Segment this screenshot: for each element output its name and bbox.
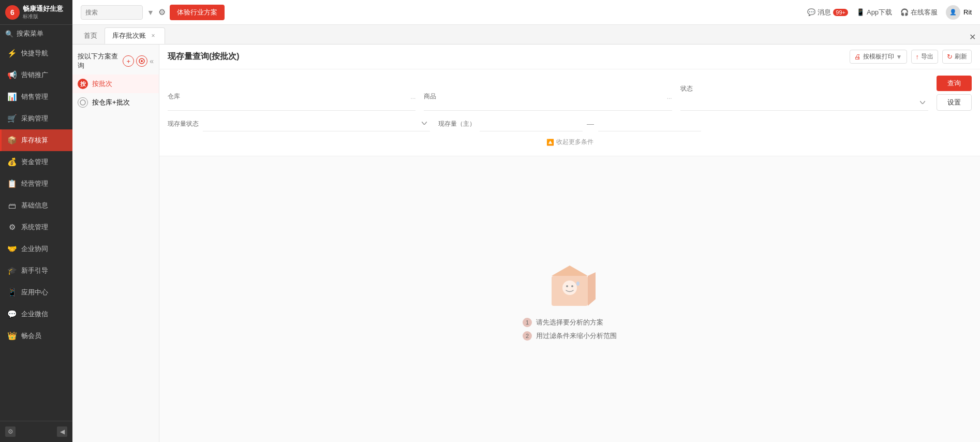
topbar-messages[interactable]: 💬 消息 99+ <box>807 8 848 17</box>
content-area: 按以下方案查询 + « 按 按批次 <box>72 45 980 442</box>
avatar-icon: 👤 <box>949 9 957 16</box>
operations-icon: 📋 <box>7 179 17 188</box>
sidebar-settings-btn[interactable]: ⚙ <box>5 426 16 437</box>
topbar-left: ▼ ⚙ 体验行业方案 <box>81 5 803 20</box>
topbar: ▼ ⚙ 体验行业方案 💬 消息 99+ 📱 App下载 🎧 在线客服 👤 <box>72 0 980 25</box>
sidebar-item-label: 企业微信 <box>21 310 48 319</box>
sidebar-bottom: ⚙ ◀ <box>0 421 72 442</box>
export-label: 导出 <box>921 52 933 61</box>
collapse-conditions-btn[interactable]: 🔼 收起更多条件 <box>168 135 972 150</box>
tabbar-global-close[interactable]: ✕ <box>969 32 976 44</box>
app-download-icon: 📱 <box>856 8 865 16</box>
warehouse-more-btn[interactable]: ... <box>410 93 415 100</box>
inventory-amount-max[interactable] <box>598 116 701 131</box>
product-label: 商品 <box>424 92 436 101</box>
sidebar-item-sales[interactable]: 📊 销售管理 <box>0 86 72 108</box>
topbar-right: 💬 消息 99+ 📱 App下载 🎧 在线客服 👤 Rit <box>807 5 972 20</box>
trial-button[interactable]: 体验行业方案 <box>170 5 225 20</box>
tab-home-label: 首页 <box>84 31 97 40</box>
inventory-amount-min[interactable] <box>480 116 583 131</box>
sidebar-item-quick-nav[interactable]: ⚡ 快捷导航 <box>0 42 72 64</box>
quick-nav-icon: ⚡ <box>7 49 17 58</box>
left-panel-collapse-btn[interactable]: « <box>150 57 154 65</box>
left-panel-title: 按以下方案查询 <box>78 52 123 70</box>
refresh-btn[interactable]: ↻ 刷新 <box>942 50 972 64</box>
hint-text-1: 请先选择要分析的方案 <box>536 318 603 327</box>
empty-hints: 1 请先选择要分析的方案 2 用过滤条件来缩小分析范围 <box>523 318 617 341</box>
svg-marker-4 <box>552 266 588 276</box>
sidebar-item-finance[interactable]: 💰 资金管理 <box>0 151 72 173</box>
add-plan-btn[interactable]: + <box>123 55 134 67</box>
plan-item-by-batch[interactable]: 按 按批次 <box>72 75 159 93</box>
collapse-up-icon: 🔼 <box>546 139 554 146</box>
sidebar-item-enterprise[interactable]: 🤝 企业协同 <box>0 238 72 260</box>
empty-state: 1 请先选择要分析的方案 2 用过滤条件来缩小分析范围 <box>159 156 980 442</box>
status-select[interactable] <box>680 95 928 111</box>
empty-hint-1: 1 请先选择要分析的方案 <box>523 318 617 327</box>
sidebar-item-marketing[interactable]: 📢 营销推广 <box>0 64 72 86</box>
sidebar-item-label: 采购管理 <box>21 114 48 123</box>
online-service-label: 在线客服 <box>911 8 938 17</box>
page-header: 现存量查询(按批次) 🖨 按模板打印 ▼ ↑ 导出 ↻ 刷新 <box>159 45 980 69</box>
filter-settings-button[interactable]: 设置 <box>937 94 972 111</box>
tab-inventory-batch[interactable]: 库存批次账 × <box>105 27 165 44</box>
sidebar-item-label: 应用中心 <box>21 288 48 297</box>
svg-point-2 <box>80 100 85 105</box>
app-logo-icon: 6 <box>5 5 20 20</box>
right-panel: 现存量查询(按批次) 🖨 按模板打印 ▼ ↑ 导出 ↻ 刷新 <box>159 45 980 442</box>
settings-plan-btn[interactable] <box>136 55 147 67</box>
sidebar-item-label: 新手引导 <box>21 266 48 275</box>
sidebar-item-label: 系统管理 <box>21 223 48 232</box>
sidebar-item-label: 经营管理 <box>21 179 48 188</box>
status-label: 状态 <box>680 84 693 93</box>
topbar-gear-icon[interactable]: ⚙ <box>158 7 166 17</box>
left-panel-actions: + « <box>123 55 154 67</box>
sidebar-item-wechat[interactable]: 💬 企业微信 <box>0 303 72 325</box>
sidebar-item-operations[interactable]: 📋 经营管理 <box>0 173 72 195</box>
hint-number-2: 2 <box>523 331 532 341</box>
query-button[interactable]: 查询 <box>937 76 972 91</box>
sidebar-item-basic[interactable]: 🗃 基础信息 <box>0 195 72 216</box>
inventory-status-select[interactable] <box>203 116 430 131</box>
svg-point-7 <box>566 285 568 287</box>
online-service-icon: 🎧 <box>900 8 909 16</box>
hint-number-1: 1 <box>523 318 532 327</box>
print-btn[interactable]: 🖨 按模板打印 ▼ <box>850 50 907 64</box>
sidebar-item-inventory[interactable]: 📦 库存核算 <box>0 129 72 151</box>
sidebar-item-label: 企业协同 <box>21 244 48 254</box>
plan-label-by-warehouse-batch: 按仓库+批次 <box>92 98 130 107</box>
tab-home[interactable]: 首页 <box>77 27 105 44</box>
user-avatar: 👤 <box>946 5 960 20</box>
svg-point-8 <box>571 285 573 287</box>
sidebar-item-member[interactable]: 👑 畅会员 <box>0 325 72 347</box>
topbar-chevron-icon[interactable]: ▼ <box>147 8 154 17</box>
plan-icon-warehouse-batch <box>78 97 88 108</box>
topbar-search-input[interactable] <box>81 5 143 20</box>
print-icon: 🖨 <box>854 53 861 61</box>
sidebar-item-purchase[interactable]: 🛒 采购管理 <box>0 108 72 129</box>
collapse-label: 收起更多条件 <box>556 138 593 146</box>
sidebar-search[interactable]: 🔍 搜索菜单 <box>0 25 72 42</box>
warehouse-input[interactable] <box>168 103 415 111</box>
export-btn[interactable]: ↑ 导出 <box>911 50 939 64</box>
inventory-status-label: 现存量状态 <box>168 120 199 128</box>
sidebar-item-guide[interactable]: 🎓 新手引导 <box>0 260 72 282</box>
filter-area: 仓库 ... 商品 ... <box>159 69 980 156</box>
svg-point-6 <box>562 281 577 295</box>
sidebar-item-system[interactable]: ⚙ 系统管理 <box>0 216 72 238</box>
plan-item-by-warehouse-batch[interactable]: 按仓库+批次 <box>72 93 159 112</box>
product-more-btn[interactable]: ... <box>667 93 672 100</box>
enterprise-icon: 🤝 <box>7 244 17 254</box>
topbar-online-service[interactable]: 🎧 在线客服 <box>900 8 938 17</box>
product-input[interactable] <box>424 103 672 111</box>
topbar-user[interactable]: 👤 Rit <box>946 5 972 20</box>
sidebar-collapse-btn[interactable]: ◀ <box>57 426 67 437</box>
refresh-label: 刷新 <box>955 52 967 61</box>
sidebar-item-label: 销售管理 <box>21 92 48 101</box>
sidebar-item-apps[interactable]: 📱 应用中心 <box>0 282 72 303</box>
tab-close-icon[interactable]: × <box>149 32 157 40</box>
guide-icon: 🎓 <box>7 266 17 275</box>
username-label: Rit <box>963 8 972 16</box>
amount-dash-icon: — <box>587 120 594 128</box>
topbar-app-download[interactable]: 📱 App下载 <box>856 8 892 17</box>
